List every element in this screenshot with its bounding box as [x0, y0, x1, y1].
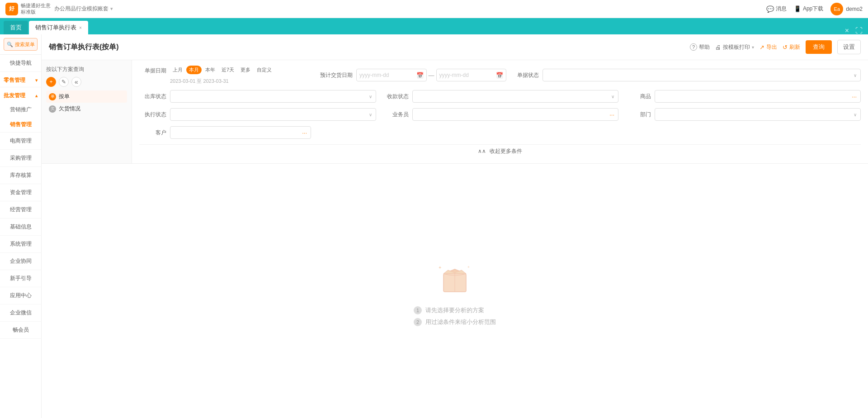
- plus-icon: +: [49, 79, 52, 85]
- content-area: 销售订单执行表(按单) ? 帮助 🖨 按模板打印 ▾ ↗ 导出 ↺ 刷新: [42, 34, 868, 418]
- goods-more-icon[interactable]: ···: [852, 93, 857, 100]
- expected-date-label: 预计交货日期: [316, 71, 353, 79]
- export-label: 导出: [766, 43, 777, 51]
- date-tab-this-month[interactable]: 本月: [186, 66, 202, 74]
- sidebar-item-shortcut[interactable]: 快捷导航: [0, 55, 41, 72]
- logo-area: 好 畅捷通好生意 标准版: [5, 3, 51, 15]
- tab-close-icon[interactable]: ×: [79, 25, 82, 30]
- sidebar-section-title-wholesale[interactable]: 批发管理 ▴: [0, 87, 41, 102]
- tab-home[interactable]: 首页: [4, 21, 28, 34]
- date-separator: —: [429, 72, 434, 79]
- main-layout: 🔍 搜索菜单 快捷导航 零售管理 ▾ 批发管理 ▴ 营销推广 销售管理: [0, 34, 868, 418]
- scheme-item-dot-debt: 欠: [49, 105, 56, 113]
- svg-text:·: ·: [462, 291, 462, 294]
- scheme-collapse-button[interactable]: «: [71, 77, 81, 87]
- export-button[interactable]: ↗ 导出: [760, 43, 777, 51]
- svg-text:✦: ✦: [438, 265, 442, 270]
- sidebar-item-ecom[interactable]: 电商管理: [0, 133, 41, 150]
- exec-dropdown-icon: ∨: [369, 112, 372, 117]
- collapse-arrow-icon: ∧∧: [478, 148, 486, 154]
- help-button[interactable]: ? 帮助: [690, 43, 710, 51]
- settings-button[interactable]: 设置: [837, 40, 861, 54]
- date-tab-more[interactable]: 更多: [238, 66, 253, 74]
- salesperson-select[interactable]: ···: [412, 108, 618, 121]
- filter-row-1: 单据日期 上月 本月 本年 近7天 更多 自定义 2023: [139, 66, 861, 85]
- help-icon: ?: [690, 43, 697, 51]
- sidebar-item-purchase[interactable]: 采购管理: [0, 150, 41, 167]
- outbound-select[interactable]: ∨: [170, 90, 376, 103]
- calendar-icon-from: 📅: [416, 72, 424, 79]
- customer-more-icon[interactable]: ···: [302, 129, 307, 136]
- help-label: 帮助: [699, 43, 710, 51]
- app-logo-text: 畅捷通好生意 标准版: [21, 3, 51, 14]
- sidebar-item-inventory[interactable]: 库存核算: [0, 167, 41, 184]
- outbound-dropdown-icon: ∨: [369, 94, 372, 99]
- collapse-more-button[interactable]: ∧∧ 收起更多条件: [139, 144, 861, 158]
- print-icon: 🖨: [715, 44, 721, 51]
- sidebar-item-appstore[interactable]: 应用中心: [0, 287, 41, 304]
- export-icon: ↗: [760, 44, 764, 51]
- expected-date-to-input[interactable]: yyyy-mm-dd 📅: [436, 69, 507, 81]
- refresh-button[interactable]: ↺ 刷新: [783, 43, 800, 51]
- tab-active-label: 销售订单执行表: [35, 24, 76, 32]
- refresh-label: 刷新: [789, 43, 800, 51]
- window-close-button[interactable]: ×: [843, 27, 851, 34]
- sidebar-item-sales[interactable]: 销售管理: [0, 117, 41, 132]
- date-tab-custom[interactable]: 自定义: [254, 66, 274, 74]
- payment-select[interactable]: ∨: [412, 90, 618, 103]
- sidebar-item-finance[interactable]: 资金管理: [0, 184, 41, 201]
- sidebar-item-system[interactable]: 系统管理: [0, 236, 41, 253]
- filter-field-goods: 商品 ···: [624, 90, 861, 103]
- dept-select[interactable]: ∨: [655, 108, 861, 121]
- salesperson-more-icon[interactable]: ···: [609, 111, 614, 118]
- sidebar-item-marketing[interactable]: 营销推广: [0, 102, 41, 117]
- date-to-placeholder: yyyy-mm-dd: [439, 72, 469, 78]
- scheme-edit-button[interactable]: ✎: [59, 77, 69, 87]
- filter-panel: 按以下方案查询 + ✎ « 单: [42, 60, 868, 164]
- order-status-label: 单据状态: [512, 71, 539, 79]
- empty-tip-1: 1 请先选择要分析的方案: [414, 306, 496, 314]
- scheme-item-dot-order: 单: [49, 93, 56, 100]
- topbar-left: 好 畅捷通好生意 标准版 办公用品行业模拟账套 ▾: [5, 3, 113, 15]
- expected-date-from-input[interactable]: yyyy-mm-dd 📅: [356, 69, 427, 81]
- print-dropdown-icon[interactable]: ▾: [752, 45, 754, 50]
- scheme-item-debt[interactable]: 欠 欠货情况: [46, 103, 127, 115]
- customer-select[interactable]: ···: [170, 126, 311, 139]
- sidebar-item-operation[interactable]: 经营管理: [0, 201, 41, 218]
- print-button[interactable]: 🖨 按模板打印 ▾: [715, 43, 754, 51]
- breadcrumb-dropdown-icon[interactable]: ▾: [110, 6, 113, 12]
- app-download-label: App下载: [803, 5, 823, 13]
- empty-box-svg: ✦ ✦ ·: [434, 260, 475, 296]
- retail-chevron-icon: ▾: [35, 78, 38, 83]
- sidebar-section-title-retail[interactable]: 零售管理 ▾: [0, 72, 41, 87]
- app-logo-icon: 好: [5, 3, 18, 15]
- sidebar-item-enterprise[interactable]: 企业协同: [0, 253, 41, 270]
- goods-select[interactable]: ···: [655, 90, 861, 103]
- empty-tip-2-text: 用过滤条件来缩小分析范围: [425, 318, 496, 326]
- sidebar-item-basic[interactable]: 基础信息: [0, 218, 41, 236]
- query-button[interactable]: 查询: [806, 40, 832, 54]
- window-expand-button[interactable]: ⛶: [854, 27, 864, 34]
- date-range-expected: yyyy-mm-dd 📅 — yyyy-mm-dd 📅: [356, 69, 506, 81]
- message-button[interactable]: 💬 消息: [766, 5, 787, 13]
- message-label: 消息: [776, 5, 787, 13]
- dept-label: 部门: [624, 111, 651, 119]
- date-tab-this-year[interactable]: 本年: [203, 66, 218, 74]
- sidebar-item-wechat[interactable]: 企业微信: [0, 304, 41, 322]
- filter-field-dept: 部门 ∨: [624, 108, 861, 121]
- scheme-add-button[interactable]: +: [46, 77, 56, 87]
- sidebar-item-newbie[interactable]: 新手引导: [0, 270, 41, 287]
- scheme-item-by-order[interactable]: 单 按单: [46, 90, 127, 103]
- sidebar-item-member[interactable]: 畅会员: [0, 322, 41, 339]
- tab-sales-order-exec[interactable]: 销售订单执行表 ×: [29, 21, 88, 34]
- app-download-button[interactable]: 📱 App下载: [794, 5, 823, 13]
- user-profile-button[interactable]: Ea demo2: [830, 3, 863, 15]
- sidebar-section-retail: 零售管理 ▾: [0, 72, 41, 87]
- date-tab-7days[interactable]: 近7天: [219, 66, 237, 74]
- order-status-select[interactable]: ∨: [542, 69, 861, 81]
- search-menu-button[interactable]: 🔍 搜索菜单: [4, 38, 38, 51]
- print-label: 按模板打印: [723, 43, 750, 51]
- exec-status-select[interactable]: ∨: [170, 108, 376, 121]
- date-tab-last-month[interactable]: 上月: [170, 66, 185, 74]
- topbar-right: 💬 消息 📱 App下载 Ea demo2: [766, 3, 863, 15]
